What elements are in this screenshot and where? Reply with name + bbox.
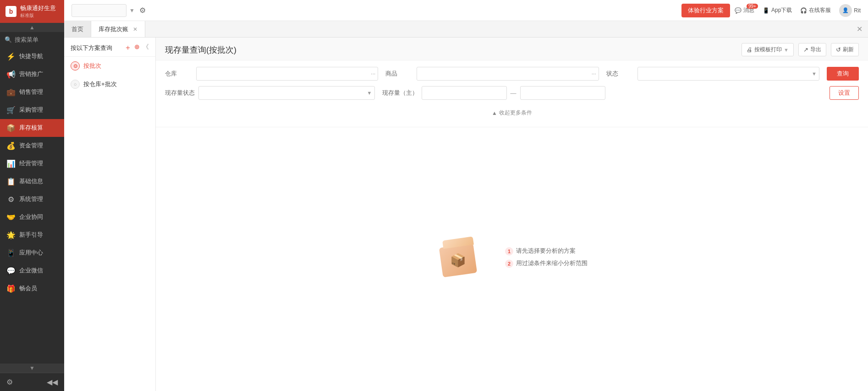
scheme-item-warehouse-batch[interactable]: ○ 按仓库+批次 [64, 75, 155, 93]
sidebar-item-wechat[interactable]: 💬 企业微信 [0, 262, 64, 280]
headset-icon: 🎧 [800, 7, 807, 14]
status-label: 状态 [606, 70, 634, 78]
chevron-up-icon: ▲ [492, 110, 497, 116]
product-label: 商品 [385, 70, 413, 78]
tab-close-icon[interactable]: ✕ [133, 26, 137, 33]
page-title-bar: 现存量查询(按批次) 🖨 按模板打印 ▼ ↗ 导出 ↺ 刷新 [156, 38, 868, 60]
messages-badge: 99+ [747, 4, 758, 9]
add-scheme-icon[interactable]: ＋ [124, 43, 132, 53]
sidebar-header: b 畅康通好生意 标准版 [0, 0, 64, 23]
topbar-search-input[interactable] [71, 4, 126, 17]
sidebar-search[interactable]: 🔍 搜索菜单 [0, 32, 64, 48]
enterprise-icon: 🤝 [6, 213, 16, 222]
collapse-panel-icon[interactable]: 《 [143, 43, 149, 53]
scheme-icon-batch: ⊙ [71, 61, 80, 71]
inventory-qty-max[interactable] [520, 86, 605, 100]
sidebar-item-purchase[interactable]: 🛒 采购管理 [0, 101, 64, 119]
system-icon: ⚙ [6, 195, 16, 204]
settings-footer-icon[interactable]: ⚙ [6, 378, 13, 386]
tab-inventory-batch[interactable]: 库存批次账 ✕ [91, 21, 145, 37]
basic-info-icon: 📋 [6, 177, 16, 186]
sidebar-item-member[interactable]: 🎁 畅会员 [0, 280, 64, 298]
topbar-gear-icon[interactable]: ⚙ [139, 6, 146, 15]
sidebar-item-label-system: 系统管理 [19, 195, 43, 203]
sidebar-item-newbie[interactable]: 🌟 新手引导 [0, 226, 64, 244]
sidebar-item-label-member: 畅会员 [19, 284, 37, 293]
app-download-label: App下载 [771, 6, 792, 14]
chevron-down-icon[interactable]: ▼ [129, 7, 135, 14]
sidebar-scroll-up[interactable]: ▲ [0, 23, 64, 32]
user-avatar-icon: 👤 [842, 7, 849, 13]
product-input[interactable] [417, 67, 599, 81]
sidebar-item-basic-info[interactable]: 📋 基础信息 [0, 173, 64, 190]
sidebar-item-marketing[interactable]: 📢 营销推广 [0, 65, 64, 83]
status-select[interactable] [637, 67, 819, 81]
page-title-actions: 🖨 按模板打印 ▼ ↗ 导出 ↺ 刷新 [742, 43, 859, 56]
app-download-button[interactable]: 📱 App下载 [763, 6, 792, 14]
app-name-block: 畅康通好生意 标准版 [20, 5, 56, 18]
sidebar-item-appstore[interactable]: 📱 应用中心 [0, 244, 64, 262]
filter-area: 仓库 ··· 商品 ··· 状态 [156, 60, 868, 127]
sidebar-item-inventory[interactable]: 📦 库存核算 [0, 119, 64, 137]
inventory-status-label: 现存量状态 [165, 89, 195, 97]
empty-hint-2: 2 用过滤条件来缩小分析范围 [505, 259, 588, 268]
inventory-qty-min[interactable] [422, 86, 507, 100]
tab-inventory-batch-label: 库存批次账 [99, 25, 128, 33]
sidebar-item-label-inventory: 库存核算 [19, 124, 43, 132]
product-more-icon[interactable]: ··· [592, 71, 596, 77]
purchase-icon: 🛒 [6, 106, 16, 114]
left-panel: 按以下方案查询 ＋ ⊕ 《 ⊙ 按批次 ○ 按仓库+批次 [64, 38, 156, 391]
scheme-settings-icon[interactable]: ⊕ [134, 43, 140, 53]
export-button[interactable]: ↗ 导出 [798, 43, 826, 56]
sidebar-item-finance[interactable]: 💰 资金管理 [0, 137, 64, 155]
inventory-status-select[interactable] [198, 86, 375, 100]
scheme-panel-title: 按以下方案查询 [71, 44, 112, 52]
empty-hint-num1: 1 [505, 247, 513, 255]
app-logo: b [5, 6, 16, 17]
refresh-label: 刷新 [843, 46, 854, 54]
print-dropdown-icon[interactable]: ▼ [784, 47, 789, 53]
user-profile-button[interactable]: 👤 Rit [839, 4, 861, 17]
main-panel-close[interactable]: ✕ [851, 21, 868, 37]
empty-text-area: 1 请先选择要分析的方案 2 用过滤条件来缩小分析范围 [505, 247, 588, 272]
refresh-icon: ↺ [836, 46, 841, 53]
sidebar-item-label-marketing: 营销推广 [19, 70, 43, 78]
scheme-item-batch[interactable]: ⊙ 按批次 [64, 57, 155, 75]
topbar: ▼ ⚙ 体验行业方案 💬 消息 99+ 📱 App下载 🎧 在线客服 👤 [64, 0, 868, 21]
message-icon: 💬 [735, 7, 742, 14]
scheme-label-batch: 按批次 [83, 62, 101, 70]
inventory-qty-label: 现存量（主） [382, 89, 418, 97]
operations-icon: 📊 [6, 159, 16, 168]
trial-button[interactable]: 体验行业方案 [681, 4, 730, 17]
scheme-label-warehouse-batch: 按仓库+批次 [83, 80, 117, 88]
empty-state: 📦 1 请先选择要分析的方案 2 用过滤条件来缩小分析范围 [156, 127, 868, 391]
settings-button[interactable]: 设置 [830, 86, 859, 100]
sales-icon: 💼 [6, 88, 16, 97]
collapse-sidebar-icon[interactable]: ◀◀ [47, 378, 58, 386]
sidebar-item-enterprise[interactable]: 🤝 企业协同 [0, 208, 64, 226]
product-input-wrapper: ··· [417, 67, 599, 81]
empty-illustration: 📦 [436, 232, 491, 287]
app-version: 标准版 [20, 12, 56, 18]
refresh-button[interactable]: ↺ 刷新 [831, 43, 859, 56]
warehouse-more-icon[interactable]: ··· [371, 71, 375, 77]
sidebar-item-system[interactable]: ⚙ 系统管理 [0, 190, 64, 208]
print-template-button[interactable]: 🖨 按模板打印 ▼ [742, 43, 794, 56]
user-avatar: 👤 [839, 4, 852, 17]
sidebar-item-quick-nav[interactable]: ⚡ 快捷导航 [0, 48, 64, 65]
wechat-icon: 💬 [6, 266, 16, 275]
warehouse-input[interactable] [196, 67, 378, 81]
tab-home[interactable]: 首页 [64, 21, 91, 37]
online-service-button[interactable]: 🎧 在线客服 [800, 6, 831, 14]
main-area: ▼ ⚙ 体验行业方案 💬 消息 99+ 📱 App下载 🎧 在线客服 👤 [64, 0, 868, 391]
sidebar-scroll-down[interactable]: ▼ [0, 364, 64, 373]
range-dash: — [511, 90, 516, 97]
right-panel: 现存量查询(按批次) 🖨 按模板打印 ▼ ↗ 导出 ↺ 刷新 [156, 38, 868, 391]
query-button[interactable]: 查询 [827, 67, 859, 81]
empty-hint-num2: 2 [505, 260, 513, 268]
messages-button[interactable]: 💬 消息 99+ [735, 6, 754, 14]
sidebar-item-operations[interactable]: 📊 经营管理 [0, 155, 64, 173]
sidebar-item-sales[interactable]: 💼 销售管理 [0, 83, 64, 101]
sidebar-item-label-quicknav: 快捷导航 [19, 52, 43, 60]
collapse-more-conditions[interactable]: ▲ 收起更多条件 [165, 105, 859, 120]
